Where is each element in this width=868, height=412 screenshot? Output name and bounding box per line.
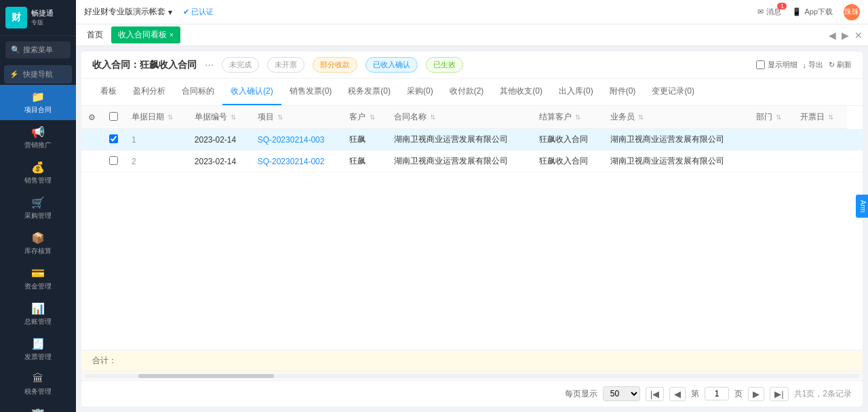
show-detail-input[interactable] (756, 60, 765, 69)
subtab-5[interactable]: 税务发票(0) (340, 79, 399, 105)
refresh-button[interactable]: ↻ 刷新 (829, 60, 852, 70)
row-customer-1: 湖南卫视商业运营发展有限公司 (387, 151, 533, 172)
per-page-select[interactable]: 50 10 20 100 (603, 386, 640, 401)
messages-button[interactable]: ✉ 消息 1 (757, 7, 781, 17)
pagination-page-unit: 页 (734, 388, 743, 400)
sidebar-item-库存核算[interactable]: 📦库存核算 (0, 226, 76, 261)
subtabs: 看板盈利分析合同标的收入确认(2)销售发票(0)税务发票(0)采购(0)收付款(… (81, 79, 863, 106)
active-tab[interactable]: 收入合同看板 × (111, 26, 180, 43)
show-detail-checkbox[interactable]: 显示明细 (756, 60, 797, 70)
subtab-0[interactable]: 看板 (92, 79, 125, 105)
sort-icon-department[interactable]: ⇅ (776, 113, 781, 121)
user-avatar[interactable]: 珠珠 (844, 4, 860, 20)
sort-icon-open-date[interactable]: ⇅ (828, 113, 833, 121)
export-button[interactable]: ↓ 导出 (803, 60, 824, 70)
right-float-button[interactable]: Arm (856, 194, 868, 217)
status-confirmed-button[interactable]: 已收入确认 (366, 57, 418, 73)
sidebar-item-项目合同[interactable]: 📁项目合同 (0, 85, 76, 120)
status-effective-button[interactable]: 已生效 (426, 57, 463, 73)
row-check-1[interactable] (102, 151, 125, 172)
subtab-9[interactable]: 出入库(0) (551, 79, 601, 105)
sort-icon-project[interactable]: ⇅ (277, 113, 283, 121)
topbar: 好业财专业版演示帐套 ▾ ✔ 已认证 ✉ 消息 1 📱 App下载 珠珠 (76, 0, 868, 24)
subtab-10[interactable]: 附件(0) (601, 79, 644, 105)
subtab-4[interactable]: 销售发票(0) (281, 79, 340, 105)
column-customer: 客户 ⇅ (342, 106, 387, 129)
status-partial-button[interactable]: 部分收款 (313, 57, 357, 73)
column-settings: ⚙ (81, 106, 102, 129)
row-salesperson-0 (749, 129, 793, 151)
logo-icon: 财 (5, 7, 27, 29)
company-selector[interactable]: 好业财专业版演示帐套 ▾ (84, 6, 172, 18)
sidebar-item-营销推广[interactable]: 📢营销推广 (0, 120, 76, 155)
chevron-down-icon: ▾ (168, 7, 172, 17)
subtab-11[interactable]: 变更记录(0) (644, 79, 703, 105)
tab-close-all-button[interactable]: ✕ (854, 30, 863, 41)
sidebar-item-采购管理[interactable]: 🛒采购管理 (0, 191, 76, 226)
horizontal-scrollbar[interactable] (81, 371, 863, 380)
quick-nav-button[interactable]: ⚡ 快捷导航 (4, 65, 72, 83)
check-icon: ✔ (183, 7, 189, 16)
subtab-1[interactable]: 盈利分析 (125, 79, 174, 105)
row-check-0[interactable] (102, 129, 125, 151)
app-download-button[interactable]: 📱 App下载 (792, 7, 833, 17)
pagination-page-input[interactable] (705, 387, 729, 400)
sidebar-item-固定资产[interactable]: 🏢固定资产 (0, 402, 76, 412)
sidebar-item-税务管理[interactable]: 🏛税务管理 (0, 367, 76, 402)
table-row[interactable]: 1 2023-02-14 SQ-20230214-003 狂飙 湖南卫视商业运营… (81, 129, 863, 151)
select-all-checkbox[interactable] (109, 112, 118, 121)
subtab-7[interactable]: 收付款(2) (441, 79, 492, 105)
home-tab[interactable]: 首页 (81, 29, 108, 41)
sidebar-item-发票管理[interactable]: 🧾发票管理 (0, 332, 76, 367)
search-icon: 🔍 (11, 45, 20, 54)
sort-icon-customer[interactable]: ⇅ (370, 113, 375, 121)
pagination-last-button[interactable]: ▶| (770, 387, 788, 401)
row-customer-0: 湖南卫视商业运营发展有限公司 (387, 129, 533, 151)
sort-icon-client[interactable]: ⇅ (575, 113, 580, 121)
scroll-thumb[interactable] (138, 374, 274, 378)
sidebar-label-10: 税务管理 (24, 387, 52, 396)
column-settings-icon[interactable]: ⚙ (88, 113, 96, 122)
sidebar-item-资金管理[interactable]: 💳资金管理 (0, 261, 76, 297)
more-options-button[interactable]: ··· (205, 59, 214, 71)
status-incomplete-button[interactable]: 未完成 (222, 57, 259, 73)
scroll-track (84, 374, 860, 378)
subtab-2[interactable]: 合同标的 (174, 79, 222, 105)
subtab-3[interactable]: 收入确认(2) (222, 79, 281, 105)
subtab-6[interactable]: 采购(0) (399, 79, 441, 105)
pagination-prev-button[interactable]: ◀ (669, 387, 686, 401)
row-number-link-1[interactable]: SQ-20230214-002 (258, 157, 325, 166)
sort-icon-date[interactable]: ⇅ (167, 113, 173, 121)
sort-icon-number[interactable]: ⇅ (231, 113, 236, 121)
row-checkbox-1[interactable] (109, 156, 118, 165)
sidebar-item-销售管理[interactable]: 💰销售管理 (0, 155, 76, 191)
table-row[interactable]: 2 2023-02-14 SQ-20230214-002 狂飙 湖南卫视商业运营… (81, 151, 863, 172)
subtab-8[interactable]: 其他收支(0) (492, 79, 551, 105)
tab-prev-button[interactable]: ◀ (829, 30, 836, 41)
export-icon: ↓ (803, 61, 807, 69)
search-menu-button[interactable]: 🔍 搜索菜单 (5, 41, 71, 58)
sort-icon-salesperson[interactable]: ⇅ (638, 113, 644, 121)
column-number: 单据编号 ⇅ (188, 106, 251, 129)
tab-next-button[interactable]: ▶ (842, 30, 849, 41)
column-check (102, 106, 125, 129)
row-client-1: 湖南卫视商业运营发展有限公司 (604, 151, 749, 172)
sidebar-label-2: 项目合同 (24, 105, 52, 115)
row-checkbox-0[interactable] (109, 134, 118, 143)
tabbar: 首页 收入合同看板 × ◀ ▶ ✕ (76, 24, 868, 46)
header-right-actions: 显示明细 ↓ 导出 ↻ 刷新 (756, 60, 852, 70)
pagination-next-button[interactable]: ▶ (748, 387, 764, 401)
pagination-first-button[interactable]: |◀ (646, 387, 664, 401)
row-department-0 (793, 129, 847, 151)
sidebar-item-总账管理[interactable]: 📊总账管理 (0, 297, 76, 332)
row-number-1[interactable]: SQ-20230214-002 (251, 151, 342, 172)
status-no-invoice-button[interactable]: 未开票 (267, 57, 304, 73)
company-name: 好业财专业版演示帐套 (84, 6, 165, 18)
row-number-0[interactable]: SQ-20230214-003 (251, 129, 342, 151)
mobile-icon: 📱 (792, 7, 802, 16)
sort-icon-contract[interactable]: ⇅ (430, 113, 435, 121)
tab-close-button[interactable]: × (170, 31, 174, 39)
logo-sub: 专版 (31, 18, 54, 27)
total-label: 合计： (92, 355, 117, 367)
row-number-link-0[interactable]: SQ-20230214-003 (258, 135, 325, 145)
